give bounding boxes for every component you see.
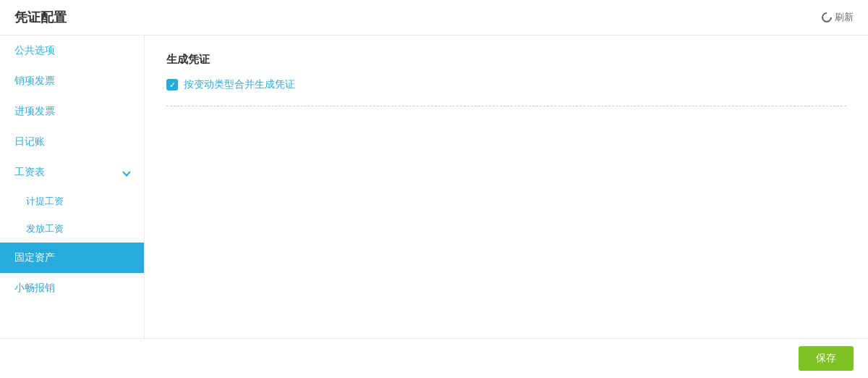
sidebar-item-journal[interactable]: 日记账 [0,127,144,157]
page-title: 凭证配置 [14,9,67,26]
refresh-label: 刷新 [835,11,854,24]
sidebar-item-payroll-pay[interactable]: 发放工资 [0,215,144,243]
refresh-icon [820,10,834,25]
main-layout: 公共选项 销项发票 进项发票 日记账 工资表 计提工资 发放工资 固定资产 [0,35,868,338]
save-button[interactable]: 保存 [799,346,854,371]
refresh-button[interactable]: 刷新 [822,11,854,24]
sidebar-item-sales-invoice[interactable]: 销项发票 [0,66,144,96]
header: 凭证配置 刷新 [0,0,868,35]
footer: 保存 [0,338,868,378]
sidebar-item-fixed-assets[interactable]: 固定资产 [0,243,144,273]
merge-checkbox[interactable]: ✓ [166,79,178,91]
sidebar-item-public[interactable]: 公共选项 [0,35,144,66]
section-title: 生成凭证 [166,53,846,67]
checkbox-label: 按变动类型合并生成凭证 [184,78,295,91]
check-icon: ✓ [169,81,176,89]
sidebar: 公共选项 销项发票 进项发票 日记账 工资表 计提工资 发放工资 固定资产 [0,35,145,338]
sidebar-item-purchase-invoice[interactable]: 进项发票 [0,96,144,127]
sidebar-sub-item-label: 计提工资 [26,196,64,206]
sidebar-item-expense[interactable]: 小畅报销 [0,273,144,303]
sidebar-item-label: 工资表 [14,166,45,179]
sidebar-item-label: 销项发票 [14,75,55,88]
chevron-down-icon [122,168,130,176]
page-wrapper: 凭证配置 刷新 公共选项 销项发票 进项发票 日记账 工资表 [0,0,868,378]
sidebar-item-payroll-calc[interactable]: 计提工资 [0,188,144,215]
section-divider [166,106,846,106]
checkbox-row: ✓ 按变动类型合并生成凭证 [166,78,846,91]
sidebar-item-label: 固定资产 [14,251,55,264]
content-area: 生成凭证 ✓ 按变动类型合并生成凭证 [145,35,868,338]
sidebar-item-label: 公共选项 [14,44,55,57]
sidebar-item-label: 小畅报销 [14,282,55,295]
sidebar-sub-item-label: 发放工资 [26,223,64,234]
sidebar-item-payroll[interactable]: 工资表 [0,157,144,188]
sidebar-item-label: 进项发票 [14,105,55,118]
sidebar-item-label: 日记账 [14,135,45,148]
